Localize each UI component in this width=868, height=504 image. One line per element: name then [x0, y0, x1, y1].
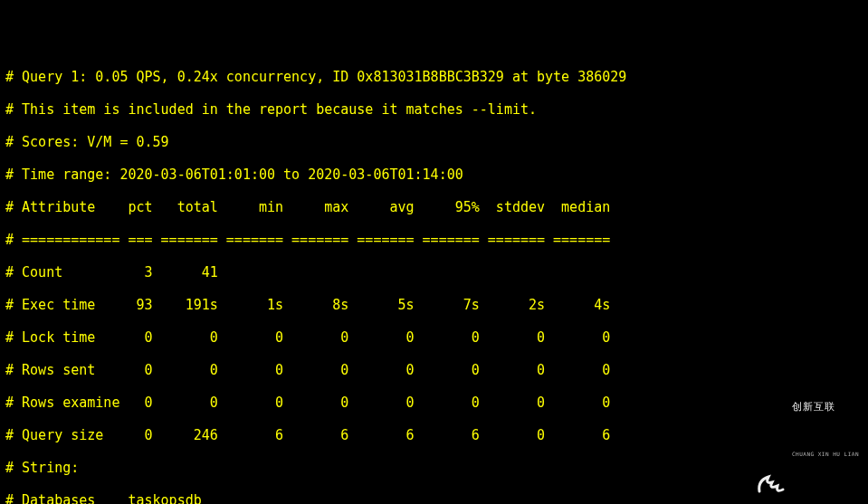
query-summary-line: # Query 1: 0.05 QPS, 0.24x concurrency, … [5, 69, 863, 85]
table-row: # Rows examine 0 0 0 0 0 0 0 0 [5, 395, 863, 411]
watermark-logo-icon [756, 470, 787, 495]
table-row: # Rows sent 0 0 0 0 0 0 0 0 [5, 362, 863, 378]
watermark-sub: CHUANG XIN HU LIAN [792, 446, 859, 462]
table-divider: # ============ === ======= ======= =====… [5, 232, 863, 248]
table-row: # Exec time 93 191s 1s 8s 5s 7s 2s 4s [5, 297, 863, 313]
table-row: # Lock time 0 0 0 0 0 0 0 0 [5, 329, 863, 346]
watermark-main: 创新互联 [792, 402, 859, 412]
table-header: # Attribute pct total min max avg 95% st… [5, 199, 863, 215]
time-range-line: # Time range: 2020-03-06T01:01:00 to 202… [5, 166, 863, 183]
table-row: # Query size 0 246 6 6 6 6 0 6 [5, 427, 863, 443]
include-reason-line: # This item is included in the report be… [5, 101, 863, 118]
databases-line: # Databases taskopsdb [5, 492, 863, 504]
scores-line: # Scores: V/M = 0.59 [5, 134, 863, 150]
string-heading: # String: [5, 460, 863, 476]
table-row: # Count 3 41 [5, 264, 863, 281]
watermark: 创新互联 CHUANG XIN HU LIAN [756, 369, 859, 495]
